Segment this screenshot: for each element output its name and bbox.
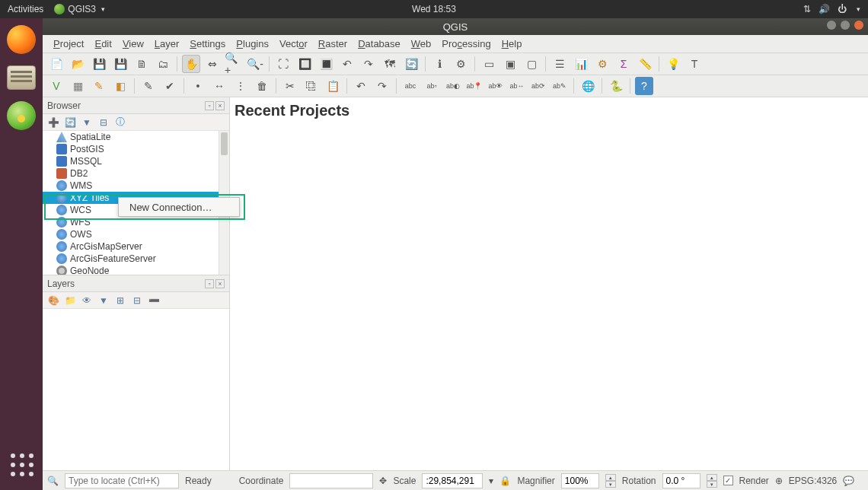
- select-icon[interactable]: ▭: [480, 55, 498, 73]
- refresh-browser-icon[interactable]: 🔄: [64, 116, 76, 129]
- zoom-next-icon[interactable]: ↷: [359, 55, 378, 73]
- firefox-icon[interactable]: [5, 23, 38, 56]
- power-icon[interactable]: ⏻: [838, 4, 847, 14]
- menu-database[interactable]: Database: [353, 37, 405, 51]
- filter-icon[interactable]: ▼: [81, 116, 93, 129]
- new-layout-icon[interactable]: 🗎: [132, 55, 151, 73]
- undo-icon[interactable]: ↶: [352, 77, 370, 95]
- menu-layer[interactable]: Layer: [150, 37, 184, 51]
- coordinate-input[interactable]: [289, 473, 373, 488]
- label-layer-icon[interactable]: ab▫: [423, 77, 441, 95]
- tips-icon[interactable]: 💡: [664, 55, 682, 73]
- refresh-icon[interactable]: 🔄: [402, 55, 420, 73]
- rotation-input[interactable]: [662, 473, 700, 488]
- menu-help[interactable]: Help: [497, 37, 527, 51]
- close-button[interactable]: [854, 21, 863, 30]
- deselect-icon[interactable]: ▢: [522, 55, 541, 73]
- pan-icon[interactable]: ✋: [182, 55, 200, 73]
- python-icon[interactable]: 🐍: [607, 77, 625, 95]
- save-icon[interactable]: 💾: [90, 55, 108, 73]
- menu-plugins[interactable]: Plugins: [231, 37, 273, 51]
- network-icon[interactable]: ⇅: [803, 4, 811, 14]
- crs-icon[interactable]: ⊕: [775, 476, 783, 486]
- pan-to-selection-icon[interactable]: ⇔: [203, 55, 222, 73]
- label-move-icon[interactable]: ab↔: [508, 77, 526, 95]
- panel-float-icon[interactable]: ▫: [205, 101, 214, 110]
- label-rotate-icon[interactable]: ab⟳: [529, 77, 547, 95]
- copy-icon[interactable]: ⿻: [302, 77, 321, 95]
- add-raster-icon[interactable]: ▦: [69, 77, 87, 95]
- cut-icon[interactable]: ✂: [281, 77, 299, 95]
- add-group-icon[interactable]: 📁: [64, 294, 76, 307]
- zoom-out-icon[interactable]: 🔍-: [246, 55, 264, 73]
- field-calc-icon[interactable]: 📊: [572, 55, 590, 73]
- label-diagram-icon[interactable]: ab◐: [444, 77, 462, 95]
- measure-icon[interactable]: 📏: [636, 55, 654, 73]
- dropdown-icon[interactable]: ▾: [489, 476, 493, 486]
- select-by-icon[interactable]: ▣: [501, 55, 519, 73]
- file-manager-icon[interactable]: [5, 61, 38, 94]
- menu-edit[interactable]: Edit: [90, 37, 116, 51]
- chevron-down-icon[interactable]: ▾: [857, 5, 860, 13]
- map-canvas[interactable]: Recent Projects: [230, 97, 868, 470]
- menu-project[interactable]: Project: [49, 37, 88, 51]
- zoom-layer-icon[interactable]: 🔳: [317, 55, 335, 73]
- panel-close-icon[interactable]: ×: [215, 101, 225, 110]
- minimize-button[interactable]: [827, 21, 836, 30]
- add-vector-icon[interactable]: V: [47, 77, 65, 95]
- lock-icon[interactable]: 🔒: [499, 476, 511, 486]
- epsg-label[interactable]: EPSG:4326: [789, 476, 837, 486]
- zoom-selection-icon[interactable]: 🔲: [295, 55, 314, 73]
- menu-web[interactable]: Web: [407, 37, 436, 51]
- zoom-last-icon[interactable]: ↶: [338, 55, 356, 73]
- panel-close-icon[interactable]: ×: [215, 279, 225, 288]
- label-change-icon[interactable]: ab✎: [550, 77, 569, 95]
- menu-settings[interactable]: Settings: [185, 37, 230, 51]
- new-project-icon[interactable]: 📄: [47, 55, 65, 73]
- remove-layer-icon[interactable]: ➖: [148, 294, 160, 307]
- toolbox-icon[interactable]: ⚙: [593, 55, 611, 73]
- volume-icon[interactable]: 🔊: [819, 4, 830, 14]
- redo-icon[interactable]: ↷: [373, 77, 391, 95]
- label-show-icon[interactable]: ab👁: [487, 77, 505, 95]
- activities-button[interactable]: Activities: [8, 4, 43, 14]
- manage-visibility-icon[interactable]: 👁: [81, 294, 93, 307]
- context-menu-new-connection[interactable]: New Connection…: [119, 198, 239, 216]
- new-map-view-icon[interactable]: 🗺: [381, 55, 399, 73]
- magnifier-input[interactable]: [561, 473, 599, 488]
- zoom-in-icon[interactable]: 🔍+: [225, 55, 243, 73]
- paste-icon[interactable]: 📋: [324, 77, 342, 95]
- annotation-icon[interactable]: T: [685, 55, 704, 73]
- render-checkbox[interactable]: ✓: [723, 476, 733, 485]
- magnifier-spinner[interactable]: ▴▾: [605, 474, 616, 488]
- app-menu[interactable]: QGIS3▾: [54, 4, 105, 14]
- panel-float-icon[interactable]: ▫: [205, 279, 214, 288]
- menu-processing[interactable]: Processing: [437, 37, 495, 51]
- identify-icon[interactable]: ℹ: [430, 55, 448, 73]
- stats-icon[interactable]: Σ: [614, 55, 633, 73]
- menu-view[interactable]: View: [118, 37, 148, 51]
- apps-grid-icon[interactable]: [11, 453, 35, 478]
- messages-icon[interactable]: 💬: [843, 476, 854, 486]
- collapse-all-icon[interactable]: ⊟: [131, 294, 143, 307]
- rotation-spinner[interactable]: ▴▾: [707, 474, 717, 488]
- layout-manager-icon[interactable]: 🗂: [154, 55, 172, 73]
- menu-vector[interactable]: Vector: [275, 37, 312, 51]
- maximize-button[interactable]: [841, 21, 850, 30]
- scale-input[interactable]: [422, 473, 483, 488]
- save-edits-icon[interactable]: ✔: [161, 77, 179, 95]
- delete-icon[interactable]: 🗑: [253, 77, 271, 95]
- label-pin-icon[interactable]: ab📍: [465, 77, 483, 95]
- help-icon[interactable]: ?: [635, 77, 653, 95]
- style-icon[interactable]: 🎨: [47, 294, 59, 307]
- qgis-app-icon[interactable]: [5, 99, 38, 132]
- metasearch-icon[interactable]: 🌐: [579, 77, 597, 95]
- new-geopackage-icon[interactable]: ◧: [111, 77, 129, 95]
- action-icon[interactable]: ⚙: [452, 55, 470, 73]
- add-layer-icon[interactable]: ➕: [47, 116, 59, 129]
- open-project-icon[interactable]: 📂: [69, 55, 87, 73]
- locator-input[interactable]: [65, 473, 179, 488]
- filter-legend-icon[interactable]: ▼: [97, 294, 110, 307]
- properties-icon[interactable]: ⓘ: [114, 116, 126, 129]
- menu-raster[interactable]: Raster: [314, 37, 352, 51]
